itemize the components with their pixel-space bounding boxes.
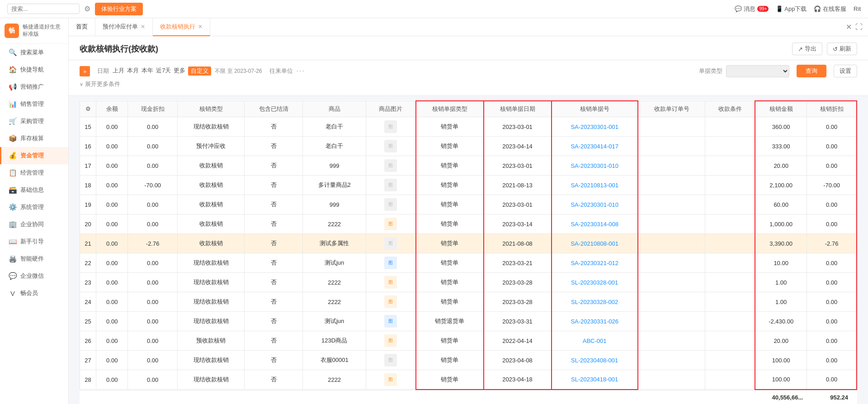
sidebar-item-marketing[interactable]: 📢 营销推广 <box>0 78 68 95</box>
disc-total: 952.24 <box>830 394 848 401</box>
msg-count-badge: 99+ <box>757 6 769 12</box>
sidebar-item-basic[interactable]: 🗃️ 基础信息 <box>0 181 68 199</box>
sidebar-item-operation[interactable]: 📋 经营管理 <box>0 164 68 181</box>
td-receipt-order <box>638 195 705 214</box>
td-goods-img: 图 <box>366 292 416 312</box>
td-receipt-order <box>638 176 705 195</box>
td-cash-disc: 0.00 <box>128 292 177 312</box>
filter-collapse-btn[interactable]: » <box>80 66 90 76</box>
td-num: 22 <box>80 253 96 273</box>
sidebar-item-finance[interactable]: 💰 资金管理 <box>0 147 68 164</box>
td-disc: -2.76 <box>807 234 857 253</box>
sidebar-item-system[interactable]: ⚙️ 系统管理 <box>0 199 68 216</box>
sidebar-item-sales[interactable]: 📊 销售管理 <box>0 95 68 113</box>
td-balance: 0.00 <box>96 331 128 351</box>
sidebar-label-guide: 新手引导 <box>20 238 44 246</box>
td-amount: 360.00 <box>755 117 807 137</box>
date-link-custom[interactable]: 自定义 <box>188 67 211 76</box>
td-amount: 333.00 <box>755 137 807 156</box>
doc-type-select[interactable] <box>726 65 789 77</box>
td-doc-no: SL-20230418-001 <box>552 370 638 390</box>
window-close-btn[interactable]: ✕ <box>846 23 852 31</box>
settings-icon-btn[interactable]: ⚙ <box>84 5 90 13</box>
td-cash-disc: 0.00 <box>128 370 177 390</box>
td-balance: 0.00 <box>96 253 128 273</box>
export-icon: ↗ <box>798 46 803 52</box>
sidebar-item-guide[interactable]: 📖 新手引导 <box>0 233 68 250</box>
user-info[interactable]: Rit <box>854 5 861 12</box>
sidebar-item-enterprise[interactable]: 🏢 企业协同 <box>0 216 68 233</box>
td-goods-img: 图 <box>366 117 416 137</box>
td-doc-no: SL-20230408-001 <box>552 351 638 370</box>
date-link-more[interactable]: 更多 <box>174 67 185 76</box>
td-receipt-cond <box>705 370 755 390</box>
td-doc-date: 2021-08-13 <box>484 176 552 195</box>
td-goods: 123D商品 <box>303 331 366 351</box>
date-link-this-month[interactable]: 本月 <box>127 67 139 76</box>
enterprise-icon: 🏢 <box>9 220 17 228</box>
td-receipt-cond <box>705 273 755 292</box>
td-doc-date: 2023-03-01 <box>484 195 552 214</box>
td-balance: 0.00 <box>96 351 128 370</box>
top-search-input[interactable] <box>7 4 80 14</box>
wechat-icon: 💬 <box>9 272 17 280</box>
sidebar-item-purchase[interactable]: 🛒 采购管理 <box>0 113 68 130</box>
td-receipt-cond <box>705 117 755 137</box>
sidebar-item-hardware[interactable]: 🖨️ 智能硬件 <box>0 250 68 267</box>
sidebar-label-purchase: 采购管理 <box>20 117 44 125</box>
sidebar-item-search[interactable]: 🔍 搜索菜单 <box>0 44 68 61</box>
tab-prepay[interactable]: 预付冲应付单 ✕ <box>95 18 153 36</box>
filter-settings-btn[interactable]: 设置 <box>834 65 857 77</box>
top-bar-right: 💬 消息 99+ 📱 App下载 🎧 在线客服 Rit <box>735 5 861 13</box>
td-balance: 0.00 <box>96 176 128 195</box>
td-doc-date: 2023-03-28 <box>484 273 552 292</box>
tab-receipt[interactable]: 收款核销执行 ✕ <box>153 18 210 36</box>
table-container[interactable]: ⚙ 余额 现金折扣 核销类型 包含已结清 商品 商品图片 核销单据类型 核销单据… <box>69 96 868 404</box>
td-doc-no: SA-20230301-010 <box>552 195 638 214</box>
member-icon: V <box>9 290 17 297</box>
app-download-btn[interactable]: 📱 App下载 <box>776 5 807 13</box>
td-receipt-order <box>638 253 705 273</box>
from-unit-ellipsis[interactable]: ··· <box>297 67 305 75</box>
th-doc-type: 核销单据类型 <box>416 101 484 117</box>
td-doc-date: 2023-03-21 <box>484 253 552 273</box>
td-num: 23 <box>80 273 96 292</box>
export-btn[interactable]: ↗ 导出 <box>792 43 822 55</box>
sidebar-item-shortcut[interactable]: 🏠 快捷导航 <box>0 61 68 78</box>
td-included: 否 <box>245 351 303 370</box>
td-goods-img: 图 <box>366 156 416 176</box>
td-cash-disc: 0.00 <box>128 117 177 137</box>
td-receipt-cond <box>705 195 755 214</box>
date-link-this-year[interactable]: 本年 <box>142 67 153 76</box>
industry-solution-btn[interactable]: 体验行业方案 <box>95 3 143 15</box>
td-num: 19 <box>80 195 96 214</box>
td-goods: 测试jun <box>303 253 366 273</box>
td-goods: 2222 <box>303 292 366 312</box>
tab-home[interactable]: 首页 <box>69 18 95 36</box>
expand-conditions-btn[interactable]: ∨ 展开更多条件 <box>80 80 857 88</box>
query-btn[interactable]: 查询 <box>797 65 826 77</box>
window-maximize-btn[interactable]: ⛶ <box>855 23 863 31</box>
sidebar-item-member[interactable]: V 畅会员 <box>0 285 68 302</box>
td-doc-no: SA-20230414-017 <box>552 137 638 156</box>
td-amount: -2,430.00 <box>755 312 807 331</box>
sidebar-label-sales: 销售管理 <box>20 100 44 108</box>
td-cash-disc: -70.00 <box>128 176 177 195</box>
td-disc: 0.00 <box>807 253 857 273</box>
refresh-btn[interactable]: ↺ 刷新 <box>827 43 857 55</box>
table-row: 18 0.00 -70.00 收款核销 否 多计量商品2 图 销货单 2021-… <box>80 176 857 195</box>
online-service-btn[interactable]: 🎧 在线客服 <box>814 5 846 13</box>
expand-icon: ∨ <box>80 81 83 87</box>
date-link-last-month[interactable]: 上月 <box>113 67 124 76</box>
sidebar-item-wechat[interactable]: 💬 企业微信 <box>0 267 68 285</box>
td-disc: 0.00 <box>807 156 857 176</box>
tab-receipt-close[interactable]: ✕ <box>198 24 203 30</box>
table-row: 22 0.00 0.00 现结收款核销 否 测试jun 图 销货单 2023-0… <box>80 253 857 273</box>
td-doc-no: SA-20210813-001 <box>552 176 638 195</box>
td-goods-img: 图 <box>366 312 416 331</box>
tab-prepay-close[interactable]: ✕ <box>141 24 145 30</box>
message-btn[interactable]: 💬 消息 99+ <box>735 5 769 13</box>
td-included: 否 <box>245 137 303 156</box>
date-link-7days[interactable]: 近7天 <box>156 67 171 76</box>
sidebar-item-inventory[interactable]: 📦 库存核算 <box>0 130 68 147</box>
